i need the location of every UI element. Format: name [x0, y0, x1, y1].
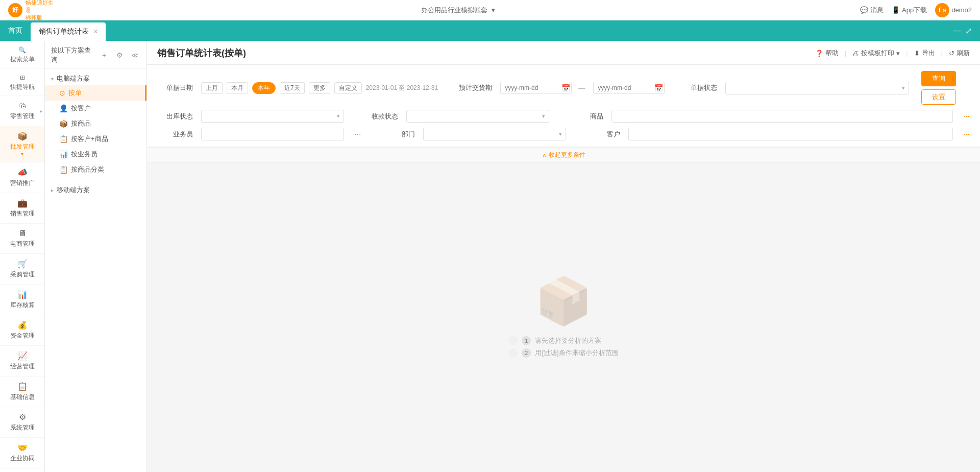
- grid-icon: ⊞: [20, 74, 25, 81]
- status-select-wrapper: [725, 82, 909, 95]
- scheme-by-customer[interactable]: 👤 按客户: [45, 101, 146, 116]
- date-btn-last-month[interactable]: 上月: [201, 82, 223, 94]
- sidebar-item-retail[interactable]: 🛍 零售管理: [0, 96, 44, 126]
- goods-label: 商品: [568, 112, 603, 121]
- scheme-customer-label: 按客户: [71, 104, 91, 113]
- tab-maximize-btn[interactable]: ⤢: [965, 26, 972, 36]
- date-btn-this-year[interactable]: 本年: [252, 82, 276, 94]
- sidebar-item-collab[interactable]: 🤝 企业协同: [0, 438, 44, 468]
- date-label: 单据日期: [157, 83, 193, 92]
- tab-home[interactable]: 首页: [0, 20, 31, 41]
- company-name: 办公用品行业模拟账套: [421, 6, 487, 15]
- panel-settings-btn[interactable]: ⚙: [114, 50, 125, 61]
- logo-area: 好 畅捷通好生意 标账版: [8, 0, 56, 21]
- sidebar-item-ecommerce[interactable]: 🖥 电商管理: [0, 224, 44, 254]
- scheme-cg-label: 按客户+商品: [71, 134, 108, 144]
- customer-more-btn[interactable]: ···: [963, 130, 970, 139]
- department-select[interactable]: [423, 128, 566, 140]
- expected-date-from-input[interactable]: [500, 82, 572, 94]
- company-dropdown-icon[interactable]: ▾: [492, 6, 495, 14]
- filter-section: 单据日期 上月 本月 本年 近7天 更多 自定义 2023-01-01 至 20…: [147, 65, 980, 163]
- pc-scheme-group: ▾ 电脑端方案 ⊙ 按单 👤 按客户 📦 按商品 📋 按客户+商品: [45, 69, 146, 180]
- marketing-icon: 📣: [17, 168, 28, 177]
- status-select[interactable]: [725, 82, 909, 95]
- date-btn-custom[interactable]: 自定义: [334, 82, 362, 94]
- message-btn[interactable]: 💬 消息: [860, 6, 884, 15]
- tab-close-btn[interactable]: ×: [94, 28, 97, 35]
- collapse-bar[interactable]: ∧ 收起更多条件: [147, 147, 980, 163]
- sidebar-item-inventory[interactable]: 📊 库存核算: [0, 285, 44, 315]
- scheme-by-order[interactable]: ⊙ 按单: [45, 85, 146, 101]
- page-header: 销售订单统计表(按单) ❓ 帮助 | 🖨 按模板打印 ▾ |: [147, 41, 980, 65]
- payment-status-select[interactable]: [406, 110, 549, 123]
- scheme-by-customer-goods[interactable]: 📋 按客户+商品: [45, 131, 146, 147]
- sidebar-item-wholesale[interactable]: 📦 批发管理 ▾: [0, 126, 44, 162]
- department-wrapper: [423, 128, 566, 140]
- scheme-by-goods-category[interactable]: 📋 按商品分类: [45, 162, 146, 177]
- page-title: 销售订单统计表(按单): [157, 47, 246, 59]
- print-icon: 🖨: [852, 50, 859, 57]
- scheme-cg-icon: 📋: [59, 135, 68, 143]
- date-btn-this-month[interactable]: 本月: [227, 82, 248, 94]
- phone-icon: 📱: [892, 6, 900, 14]
- refresh-label: 刷新: [957, 49, 970, 58]
- refresh-btn[interactable]: ↺ 刷新: [949, 49, 970, 58]
- department-label: 部门: [379, 130, 415, 139]
- main-layout: 🔍 搜索菜单 ⊞ 快捷导航 🛍 零售管理 📦 批发管理 ▾ 📣 营销推广 💼 销…: [0, 41, 980, 472]
- inventory-label: 库存核算: [10, 301, 35, 310]
- page-actions: ❓ 帮助 | 🖨 按模板打印 ▾ | ⬇ 导出: [815, 49, 970, 58]
- basic-icon: 📋: [17, 382, 28, 391]
- sidebar-item-sales[interactable]: 💼 销售管理: [0, 193, 44, 224]
- salesperson-input[interactable]: [201, 128, 344, 140]
- wholesale-label: 批发管理: [10, 143, 35, 151]
- sidebar-item-marketing[interactable]: 📣 营销推广: [0, 162, 44, 193]
- sidebar-item-purchase[interactable]: 🛒 采购管理: [0, 254, 44, 285]
- export-btn[interactable]: ⬇ 导出: [914, 49, 935, 58]
- mobile-group-header[interactable]: ▸ 移动端方案: [45, 183, 146, 197]
- settings-btn[interactable]: 设置: [921, 89, 956, 105]
- sales-label: 销售管理: [10, 209, 35, 218]
- inventory-icon: 📊: [17, 290, 28, 299]
- right-content: 销售订单统计表(按单) ❓ 帮助 | 🖨 按模板打印 ▾ |: [147, 41, 980, 472]
- tab-minimize-btn[interactable]: —: [953, 26, 961, 35]
- user-area[interactable]: Ea demo2: [935, 3, 972, 17]
- page-header-top: 销售订单统计表(按单) ❓ 帮助 | 🖨 按模板打印 ▾ |: [157, 47, 970, 59]
- pc-group-header[interactable]: ▾ 电脑端方案: [45, 72, 146, 85]
- tab-home-label: 首页: [8, 26, 22, 35]
- sales-icon: 💼: [17, 198, 28, 208]
- date-btn-more[interactable]: 更多: [309, 82, 330, 94]
- print-dropdown-icon[interactable]: ▾: [896, 50, 900, 57]
- scheme-sp-label: 按业务员: [71, 150, 97, 159]
- customer-input[interactable]: [628, 128, 952, 140]
- sidebar-item-system[interactable]: ⚙ 系统管理: [0, 407, 44, 438]
- sidebar-item-operation[interactable]: 📈 经营管理: [0, 346, 44, 376]
- panel-collapse-btn[interactable]: ≪: [129, 50, 140, 61]
- group-arrow-icon: ▾: [51, 76, 54, 82]
- export-label: 导出: [922, 49, 935, 58]
- help-label: 帮助: [825, 49, 839, 58]
- shipment-status-select[interactable]: [201, 110, 344, 123]
- scheme-by-goods[interactable]: 📦 按商品: [45, 116, 146, 131]
- message-icon: 💬: [860, 6, 868, 14]
- panel-add-btn[interactable]: +: [99, 50, 110, 61]
- expected-date-to-input[interactable]: [593, 82, 665, 94]
- sidebar-search[interactable]: 🔍 搜索菜单: [0, 41, 44, 68]
- help-icon: ❓: [815, 50, 823, 57]
- salesperson-more-btn[interactable]: ···: [354, 130, 361, 139]
- sidebar-item-finance[interactable]: 💰 资金管理: [0, 315, 44, 346]
- sidebar-shortcut[interactable]: ⊞ 快捷导航: [0, 68, 44, 96]
- query-btn[interactable]: 查询: [921, 71, 956, 86]
- date-btn-7days[interactable]: 近7天: [280, 82, 305, 94]
- help-btn[interactable]: ❓ 帮助: [815, 49, 839, 58]
- finance-label: 资金管理: [10, 332, 35, 340]
- goods-input[interactable]: [611, 110, 953, 123]
- sidebar-item-guide[interactable]: 🌟 新手引导: [0, 468, 44, 472]
- print-btn[interactable]: 🖨 按模板打印 ▾: [852, 49, 900, 58]
- sidebar-item-basic[interactable]: 📋 基础信息: [0, 376, 44, 407]
- goods-more-btn[interactable]: ···: [963, 112, 970, 121]
- app-download-btn[interactable]: 📱 App下载: [892, 6, 927, 15]
- tab-active[interactable]: 销售订单统计表 ×: [31, 22, 106, 41]
- left-panel-toolbar: 按以下方案查询 + ⚙ ≪: [45, 46, 146, 69]
- payment-status-wrapper: [406, 110, 549, 123]
- scheme-by-salesperson[interactable]: 📊 按业务员: [45, 147, 146, 162]
